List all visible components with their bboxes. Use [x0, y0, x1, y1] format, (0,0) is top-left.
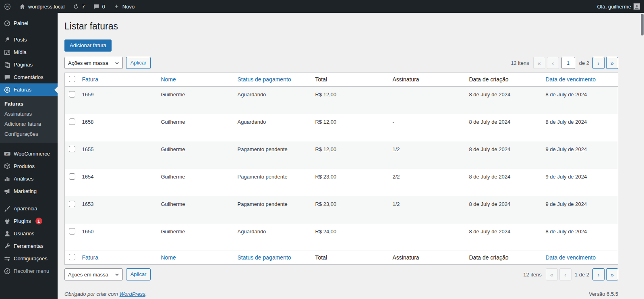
sidebar-item-produtos[interactable]: Produtos [0, 160, 58, 172]
column-header-status[interactable]: Status de pagamento [234, 251, 311, 265]
bulk-actions-select[interactable]: Ações em massa [64, 57, 123, 69]
wordpress-link[interactable]: WordPress [120, 291, 145, 297]
sidebar-item-label: Painel [14, 20, 28, 26]
cell-status: Aguardando [234, 87, 311, 114]
pagination-top: 12 itens « ‹ de 2 › » [511, 57, 618, 69]
add-fatura-button[interactable]: Adicionar fatura [64, 39, 112, 52]
sidebar-item-analises[interactable]: Análises [0, 172, 58, 185]
scrollbar[interactable] [641, 14, 644, 35]
row-checkbox[interactable] [69, 201, 75, 207]
bulk-actions-select[interactable]: Ações em massa [64, 268, 123, 280]
apply-button[interactable]: Aplicar [126, 268, 151, 280]
select-all-checkbox[interactable] [69, 76, 75, 82]
apply-button[interactable]: Aplicar [126, 57, 151, 69]
select-all-checkbox[interactable] [69, 254, 75, 260]
sidebar-item-woocommerce[interactable]: W WooCommerce [0, 147, 58, 160]
site-name-menu[interactable]: wordpress.local [15, 0, 68, 13]
updates-count: 7 [82, 4, 85, 10]
last-page-button[interactable]: » [606, 268, 618, 280]
my-account-menu[interactable]: Olá, guilherme [593, 0, 644, 13]
sidebar-item-label: Mídia [14, 49, 27, 55]
submenu-item-configuracoes[interactable]: Configurações [0, 129, 58, 139]
marketing-icon [4, 188, 11, 195]
column-header-nome[interactable]: Nome [157, 251, 234, 265]
column-header-vencimento[interactable]: Data de vencimento [542, 73, 618, 87]
sidebar-item-marketing[interactable]: Marketing [0, 185, 58, 197]
cell-assinatura: 2/2 [389, 169, 465, 196]
cell-assinatura: 1/2 [389, 141, 465, 169]
last-page-button[interactable]: » [606, 57, 618, 69]
wordpress-logo-icon: W [4, 3, 11, 10]
column-header-status[interactable]: Status de pagamento [234, 73, 311, 87]
new-label: Novo [122, 4, 135, 10]
submenu-item-assinaturas[interactable]: Assinaturas [0, 109, 58, 119]
sidebar-item-ferramentas[interactable]: Ferramentas [0, 240, 58, 252]
cell-criacao: 8 de July de 2024 [465, 141, 542, 169]
cell-nome: Guilherme [157, 141, 234, 169]
cell-nome: Guilherme [157, 224, 234, 251]
plugins-icon [4, 218, 11, 225]
row-checkbox[interactable] [69, 118, 75, 125]
sidebar-item-posts[interactable]: Posts [0, 33, 58, 46]
new-content-menu[interactable]: + Novo [109, 0, 139, 13]
prev-page-button: ‹ [547, 57, 559, 69]
total-pages-label: de 2 [579, 60, 589, 66]
submenu-item-faturas[interactable]: Faturas [0, 99, 58, 109]
sidebar-item-label: Configurações [14, 255, 48, 262]
sidebar-item-label: Plugins [14, 218, 31, 224]
sidebar-item-plugins[interactable]: Plugins 1 [0, 215, 58, 227]
cell-assinatura: - [389, 114, 465, 141]
row-checkbox[interactable] [69, 228, 75, 235]
tablenav-top: Ações em massa Aplicar 12 itens « ‹ de 2… [64, 57, 618, 69]
table-footer-row: Fatura Nome Status de pagamento Total As… [65, 251, 618, 265]
cell-total: R$ 23,00 [311, 169, 389, 196]
chevron-down-icon [115, 61, 119, 65]
row-checkbox[interactable] [69, 91, 75, 98]
bulk-actions-selected-value: Ações em massa [68, 60, 108, 66]
tools-icon [4, 243, 11, 250]
sidebar-item-aparencia[interactable]: Aparência [0, 202, 58, 215]
sidebar-item-faturas[interactable]: $ Faturas [0, 83, 58, 96]
row-checkbox[interactable] [69, 173, 75, 180]
main-content: Listar faturas Adicionar fatura Ações em… [58, 13, 644, 299]
column-header-total: Total [311, 251, 389, 265]
svg-text:W: W [6, 4, 9, 8]
current-page-input[interactable] [561, 57, 575, 69]
sidebar-item-label: Ferramentas [14, 243, 43, 249]
sidebar-item-label: Faturas [14, 87, 31, 93]
next-page-button[interactable]: › [592, 57, 605, 69]
sidebar-item-recolher-menu[interactable]: Recolher menu [0, 265, 58, 277]
faturas-submenu: Faturas Assinaturas Adicionar fatura Con… [0, 96, 58, 143]
pages-icon [4, 61, 11, 69]
column-header-vencimento[interactable]: Data de vencimento [542, 251, 618, 265]
column-header-nome[interactable]: Nome [157, 73, 234, 87]
sidebar-item-midia[interactable]: Mídia [0, 46, 58, 58]
settings-icon [4, 255, 11, 262]
menu-separator [0, 143, 58, 147]
cell-criacao: 8 de July de 2024 [465, 114, 542, 141]
cell-status: Aguardando [234, 114, 311, 141]
wordpress-logo-button[interactable]: W [0, 0, 15, 13]
menu-separator [0, 197, 58, 202]
menu-separator [0, 29, 58, 33]
cell-fatura: 1654 [78, 169, 157, 196]
sidebar-item-painel[interactable]: Painel [0, 17, 58, 29]
admin-bar: W wordpress.local 7 0 + Novo Olá, guilhe… [0, 0, 644, 13]
sidebar-item-usuarios[interactable]: Usuários [0, 227, 58, 240]
sidebar-item-comentarios[interactable]: Comentários [0, 71, 58, 83]
pagination-bottom: 12 itens « ‹ 1 de 2 › » [523, 268, 618, 280]
column-header-fatura[interactable]: Fatura [78, 73, 157, 87]
cell-vencimento: 8 de July de 2024 [542, 224, 618, 251]
cell-criacao: 8 de July de 2024 [465, 87, 542, 114]
next-page-button[interactable]: › [592, 268, 605, 280]
column-header-fatura[interactable]: Fatura [78, 251, 157, 265]
comments-menu[interactable]: 0 [89, 0, 109, 13]
sidebar-item-configuracoes[interactable]: Configurações [0, 252, 58, 265]
analytics-icon [4, 175, 11, 183]
cell-nome: Guilherme [157, 169, 234, 196]
updates-menu[interactable]: 7 [68, 0, 89, 13]
sidebar-item-paginas[interactable]: Páginas [0, 58, 58, 71]
table-row: 1658 Guilherme Aguardando R$ 12,00 - 8 d… [65, 114, 618, 141]
submenu-item-adicionar-fatura[interactable]: Adicionar fatura [0, 119, 58, 129]
row-checkbox[interactable] [69, 146, 75, 152]
